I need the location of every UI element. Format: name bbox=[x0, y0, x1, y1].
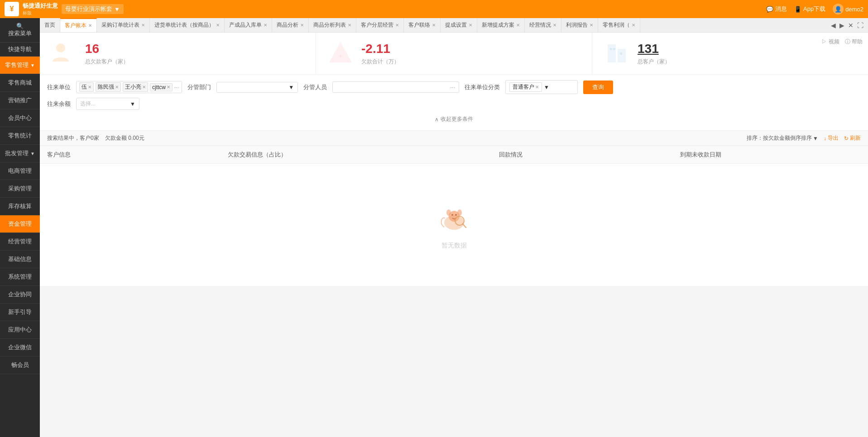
tab-scroll-right[interactable]: ▶ bbox=[839, 21, 845, 30]
tab-promotion-settings-close[interactable]: ✕ bbox=[469, 23, 472, 28]
app-download-btn[interactable]: 📱 App下载 bbox=[794, 5, 825, 13]
enterprise-selector[interactable]: 母婴行业演示帐套 ▼ bbox=[62, 4, 124, 14]
sidebar-item-retail-stats[interactable]: 零售统计 bbox=[0, 127, 40, 145]
sidebar-item-wholesale[interactable]: 批发管理 ▼ bbox=[0, 145, 40, 162]
help-icon: ⓘ bbox=[845, 38, 850, 45]
remove-tag-3[interactable]: ✕ bbox=[142, 85, 146, 90]
tab-customer-tier[interactable]: 客户分层经营 ✕ bbox=[356, 18, 404, 33]
filter-more-tags[interactable]: ··· bbox=[174, 84, 179, 90]
sidebar-item-corp-wechat[interactable]: 企业微信 bbox=[0, 339, 40, 356]
tab-profit-report-close[interactable]: ✕ bbox=[590, 23, 593, 28]
tab-purchase-orders-label: 采购订单统计表 bbox=[101, 21, 139, 29]
sidebar-item-inventory[interactable]: 库存核算 bbox=[0, 198, 40, 215]
tab-promotion-settings[interactable]: 提成设置 ✕ bbox=[441, 18, 477, 33]
query-button[interactable]: 查询 bbox=[583, 81, 613, 94]
svg-line-15 bbox=[463, 224, 466, 228]
export-button[interactable]: ↓ 导出 bbox=[824, 134, 839, 142]
sidebar-item-finance[interactable]: 资金管理 bbox=[0, 215, 40, 233]
sidebar-item-basic-info[interactable]: 基础信息 bbox=[0, 251, 40, 268]
user-avatar-btn[interactable]: 👤 demo2 bbox=[833, 4, 863, 14]
collapse-button[interactable]: ∧ 收起更多条件 bbox=[47, 114, 861, 125]
sidebar-item-retail-stats-label: 零售统计 bbox=[8, 132, 32, 139]
filter-tag-4: cjttcw ✕ bbox=[150, 83, 173, 91]
sidebar-item-retail-label: 零售管理 bbox=[5, 61, 29, 69]
tab-stock-stats[interactable]: 进货单统计表（按商品） ✕ bbox=[150, 18, 225, 33]
chevron-right-icon: ▼ bbox=[30, 63, 35, 68]
sidebar-search[interactable]: 🔍 搜索菜单 bbox=[0, 18, 40, 43]
remove-tag-1[interactable]: ✕ bbox=[88, 85, 91, 90]
sidebar-quick-nav-label: 快捷导航 bbox=[0, 45, 40, 53]
remove-tag-2[interactable]: ✕ bbox=[115, 85, 119, 90]
logo-sub: 标版 bbox=[23, 10, 58, 16]
sidebar-item-member[interactable]: 会员中心 bbox=[0, 109, 40, 127]
sidebar-item-new-guide[interactable]: 新手引导 bbox=[0, 304, 40, 321]
sidebar-item-vip-member[interactable]: 畅会员 bbox=[0, 356, 40, 374]
tab-cost-in-close[interactable]: ✕ bbox=[264, 23, 267, 28]
export-icon: ↓ bbox=[824, 135, 826, 142]
sidebar-item-new-guide-label: 新手引导 bbox=[8, 309, 32, 315]
dept-select[interactable]: ▼ bbox=[216, 82, 298, 93]
tab-customer-tier-label: 客户分层经营 bbox=[361, 21, 393, 29]
tab-home[interactable]: 首页 bbox=[40, 18, 60, 33]
tab-goods-analysis-close[interactable]: ✕ bbox=[300, 23, 304, 28]
tab-operations-close[interactable]: ✕ bbox=[553, 23, 556, 28]
filter-row-2: 往来余额 选择... ▼ bbox=[47, 98, 861, 110]
filter-area: 往来单位 伍 ✕ 陈民强 ✕ 王小亮 ✕ bbox=[40, 75, 868, 131]
tab-operations[interactable]: 经营情况 ✕ bbox=[525, 18, 561, 33]
debt-summary-text: 欠款金额 0.00元 bbox=[105, 135, 144, 141]
tab-close-all[interactable]: ✕ bbox=[847, 21, 854, 30]
sidebar-item-system[interactable]: 系统管理 bbox=[0, 268, 40, 286]
tab-cost-in[interactable]: 产成品入库单 ✕ bbox=[225, 18, 272, 33]
remove-tag-4[interactable]: ✕ bbox=[167, 85, 170, 90]
sidebar-item-operations[interactable]: 经营管理 bbox=[0, 233, 40, 251]
tab-retail-profit[interactable]: 零售利润（ ✕ bbox=[598, 18, 640, 33]
sidebar-item-marketing[interactable]: 营销推广 bbox=[0, 92, 40, 109]
tab-fullscreen[interactable]: ⛶ bbox=[856, 21, 864, 30]
sidebar-item-app-center[interactable]: 应用中心 bbox=[0, 321, 40, 339]
tab-customers[interactable]: 客户账本 ✕ bbox=[60, 18, 97, 33]
category-select[interactable]: 普通客户 ✕ ▼ bbox=[505, 80, 578, 94]
total-customers-value[interactable]: 131 bbox=[638, 42, 670, 56]
org-unit-tags[interactable]: 伍 ✕ 陈民强 ✕ 王小亮 ✕ cjttcw ✕ bbox=[76, 81, 182, 93]
help-link[interactable]: ⓘ 帮助 bbox=[845, 38, 863, 46]
tab-goods-analysis[interactable]: 商品分析 ✕ bbox=[272, 18, 309, 33]
tab-new-promotion[interactable]: 新增提成方案 ✕ bbox=[477, 18, 525, 33]
customers-icon bbox=[51, 40, 78, 67]
tab-stock-stats-close[interactable]: ✕ bbox=[216, 23, 220, 28]
tab-scroll-left[interactable]: ◀ bbox=[830, 21, 837, 30]
message-btn[interactable]: 💬 消息 bbox=[766, 5, 787, 13]
org-unit-label: 往来单位 bbox=[47, 83, 71, 91]
tab-customers-close[interactable]: ✕ bbox=[88, 23, 92, 28]
tab-customer-contact-close[interactable]: ✕ bbox=[432, 23, 436, 28]
balance-select[interactable]: 选择... ▼ bbox=[76, 98, 139, 110]
sidebar-item-ecommerce[interactable]: 电商管理 bbox=[0, 162, 40, 180]
results-bar: 搜索结果中，客户0家 欠款金额 0.00元 排序：按欠款金额倒序排序 ▼ ↓ 导… bbox=[40, 131, 868, 146]
refresh-button[interactable]: ↻ 刷新 bbox=[844, 134, 861, 142]
tab-customer-tier-close[interactable]: ✕ bbox=[395, 23, 399, 28]
person-input[interactable]: ··· bbox=[332, 81, 459, 93]
person-search-input[interactable] bbox=[336, 84, 448, 90]
sidebar-item-purchase[interactable]: 采购管理 bbox=[0, 180, 40, 198]
tab-goods-analysis-list[interactable]: 商品分析列表 ✕ bbox=[309, 18, 356, 33]
sidebar-item-retail[interactable]: 零售管理 ▼ bbox=[0, 57, 40, 74]
tab-retail-profit-close[interactable]: ✕ bbox=[632, 23, 635, 28]
total-customers-label: 总客户（家） bbox=[638, 58, 670, 66]
chevron-down-balance: ▼ bbox=[130, 101, 135, 107]
tab-goods-analysis-list-close[interactable]: ✕ bbox=[348, 23, 351, 28]
sort-button[interactable]: 排序：按欠款金额倒序排序 ▼ bbox=[747, 134, 818, 142]
sidebar-item-retail-mall[interactable]: 零售商城 bbox=[0, 74, 40, 92]
person-dots[interactable]: ··· bbox=[450, 84, 455, 90]
remove-category[interactable]: ✕ bbox=[535, 85, 539, 90]
tab-profit-report[interactable]: 利润报告 ✕ bbox=[561, 18, 598, 33]
sidebar-item-purchase-label: 采购管理 bbox=[8, 185, 32, 192]
tab-purchase-orders[interactable]: 采购订单统计表 ✕ bbox=[97, 18, 150, 33]
sidebar-quick-nav[interactable]: 快捷导航 bbox=[0, 43, 40, 57]
svg-point-0 bbox=[56, 43, 65, 52]
tab-customer-contact[interactable]: 客户联络 ✕ bbox=[404, 18, 441, 33]
tab-purchase-orders-close[interactable]: ✕ bbox=[141, 23, 145, 28]
sidebar-item-corp-collab[interactable]: 企业协同 bbox=[0, 286, 40, 304]
stats-row: 16 总欠款客户（家） + -2.11 欠款合计（万） bbox=[40, 33, 868, 75]
col-due-date: 到期未收款日期 bbox=[680, 151, 861, 159]
video-link[interactable]: ▷ 视频 bbox=[821, 38, 839, 46]
tab-new-promotion-close[interactable]: ✕ bbox=[516, 23, 520, 28]
